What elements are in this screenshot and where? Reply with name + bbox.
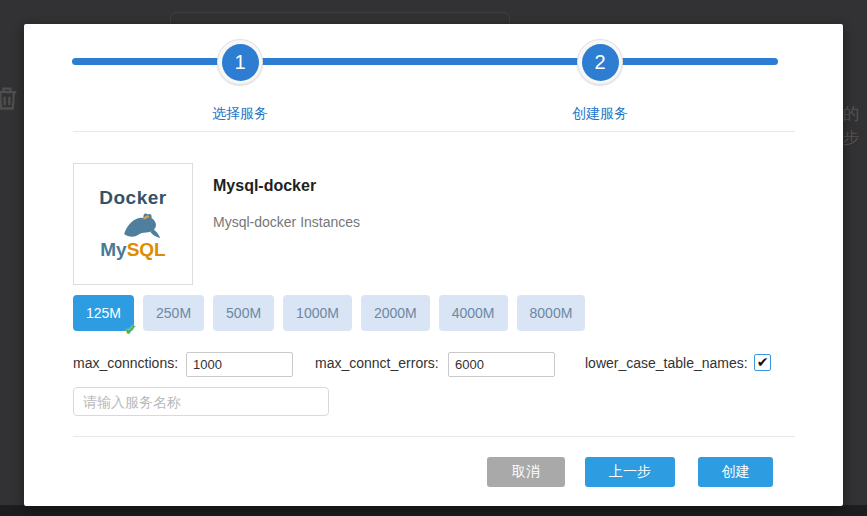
divider — [73, 131, 795, 132]
memory-option-500m[interactable]: 500M — [213, 295, 274, 331]
selected-check-icon: ✔ — [124, 321, 137, 339]
checkbox-check-icon: ✔ — [757, 355, 769, 369]
memory-option-4000m[interactable]: 4000M — [439, 295, 508, 331]
wizard-step-2-label: 创建服务 — [540, 105, 660, 123]
previous-step-button[interactable]: 上一步 — [585, 457, 675, 487]
wizard-step-2-number: 2 — [582, 44, 619, 81]
wizard-step-1-label: 选择服务 — [180, 105, 300, 123]
memory-option-125m[interactable]: 125M ✔ — [73, 295, 134, 331]
memory-size-options: 125M ✔ 250M 500M 1000M 2000M 4000M 8000M — [73, 295, 585, 331]
trash-icon — [0, 83, 21, 113]
memory-option-250m[interactable]: 250M — [143, 295, 204, 331]
lower-case-table-names-checkbox[interactable]: ✔ — [754, 354, 771, 371]
wizard-step-1-number: 1 — [222, 44, 259, 81]
dimmed-background-strip — [0, 505, 867, 516]
service-subtitle: Mysql-docker Instances — [213, 214, 360, 230]
service-title: Mysql-docker — [213, 177, 316, 195]
create-button[interactable]: 创建 — [698, 457, 773, 487]
cancel-button[interactable]: 取消 — [487, 457, 565, 487]
service-name-input[interactable] — [73, 387, 329, 416]
memory-option-1000m[interactable]: 1000M — [283, 295, 352, 331]
mysql-docker-logo: Docker MySQL — [73, 163, 193, 285]
memory-option-2000m[interactable]: 2000M — [361, 295, 430, 331]
docker-logo-text: Docker — [99, 187, 166, 209]
max-connect-errors-input[interactable] — [448, 352, 555, 377]
wizard-step-2-circle: 2 — [577, 39, 623, 85]
wizard-step-1-circle: 1 — [217, 39, 263, 85]
mysql-dolphin-icon — [118, 211, 162, 241]
lower-case-table-names-label: lower_case_table_names: — [585, 355, 748, 371]
memory-option-8000m[interactable]: 8000M — [517, 295, 586, 331]
create-service-dialog: 1 2 选择服务 创建服务 Docker MySQL Mysql-docker … — [24, 24, 843, 506]
max-connections-input[interactable] — [186, 352, 293, 377]
divider — [73, 436, 795, 437]
max-connect-errors-label: max_connct_errors: — [315, 355, 439, 371]
max-connections-label: max_connctions: — [73, 355, 178, 371]
mysql-logo-text: MySQL — [100, 239, 165, 261]
wizard-progress-bar — [72, 58, 778, 65]
